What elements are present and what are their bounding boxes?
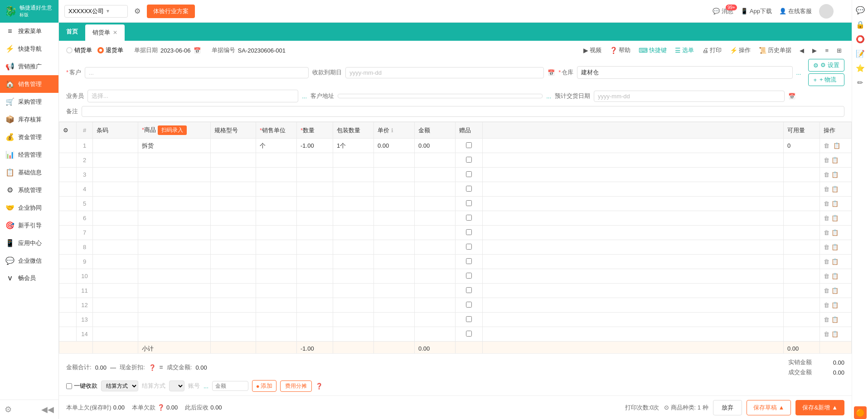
copy-icon[interactable]: 📋 (831, 200, 839, 207)
trial-btn[interactable]: 体验行业方案 (147, 5, 195, 18)
expected-date-input[interactable]: yyyy-mm-dd (594, 91, 785, 102)
row-1-unit[interactable]: 个 (256, 139, 297, 153)
salesman-input[interactable]: 选择... (87, 90, 298, 102)
delete-icon[interactable]: 🗑 (824, 157, 829, 164)
sidebar-item-purchase[interactable]: 🛒 采购管理 (0, 93, 58, 111)
calendar-icon[interactable]: 📅 (194, 47, 201, 54)
shortcut-btn[interactable]: ⌨ 快捷键 (636, 45, 669, 55)
save-draft-btn[interactable]: 保存草稿 ▲ (747, 400, 791, 415)
sidebar-item-member[interactable]: V 畅会员 (0, 270, 58, 287)
copy-icon[interactable]: 📋 (831, 171, 839, 178)
copy-icon[interactable]: 📋 (831, 273, 839, 279)
settle-method-select[interactable]: 结算方式 (101, 380, 138, 391)
right-icon-chat[interactable]: 💬 (854, 4, 867, 16)
app-download-btn[interactable]: 📱 App下载 (741, 7, 772, 15)
payment-checkbox-input[interactable] (66, 383, 72, 389)
operation-btn[interactable]: ⚡ 操作 (727, 45, 753, 55)
delete-icon[interactable]: 🗑 (824, 186, 829, 193)
online-service-btn[interactable]: 👤 在线客服 (779, 7, 812, 15)
row-1-remark[interactable] (483, 139, 784, 153)
row-1-amount[interactable]: 0.00 (415, 139, 456, 153)
logistics-btn[interactable]: + + 物流 (808, 73, 844, 86)
account-select[interactable] (169, 380, 184, 391)
date-value[interactable]: 2023-06-06 (160, 47, 191, 54)
right-icon-orange[interactable]: 🟠 (854, 406, 867, 419)
warehouse-dots[interactable]: ... (796, 69, 801, 76)
tab-sales-order[interactable]: 销货单 ✕ (85, 24, 125, 41)
copy-icon[interactable]: 📋 (831, 244, 839, 250)
copy-icon[interactable]: 📋 (831, 287, 839, 294)
row-1-action[interactable]: 🗑 📋 (820, 139, 852, 153)
delete-icon[interactable]: 🗑 (824, 287, 829, 294)
copy-icon[interactable]: 📋 (831, 157, 839, 164)
copy-icon[interactable]: 📋 (831, 258, 839, 265)
sidebar-item-quicknav[interactable]: ⚡ 快捷导航 (0, 40, 58, 58)
sidebar-item-enterprise[interactable]: 🤝 企业协同 (0, 199, 58, 217)
sidebar-item-basicinfo[interactable]: 📋 基础信息 (0, 164, 58, 181)
note-input[interactable] (82, 106, 844, 117)
one-click-payment[interactable]: 一键收款 (66, 382, 97, 390)
row-1-product[interactable]: 拆货 (138, 139, 211, 153)
sidebar-item-inventory[interactable]: 📦 库存核算 (0, 111, 58, 128)
sidebar-item-appcenter[interactable]: 📱 应用中心 (0, 234, 58, 252)
debit-help-icon[interactable]: ❓ (157, 404, 165, 411)
delete-icon[interactable]: 🗑 (824, 200, 829, 207)
due-calendar-icon[interactable]: 📅 (548, 69, 555, 76)
prev-btn[interactable]: ◀ (797, 46, 807, 55)
abandon-btn[interactable]: 放弃 (713, 400, 742, 415)
help-btn[interactable]: ❓ 帮助 (607, 45, 633, 55)
tab-close-icon[interactable]: ✕ (113, 29, 117, 36)
sidebar-settings-icon[interactable]: ⚙ (5, 405, 12, 414)
delete-icon[interactable]: 🗑 (824, 273, 829, 279)
print-btn[interactable]: 🖨 打印 (699, 45, 724, 55)
discount-help-icon[interactable]: ❓ (149, 364, 156, 371)
copy-icon[interactable]: 📋 (831, 316, 839, 323)
delete-icon[interactable]: 🗑 (824, 258, 829, 265)
radio-sales[interactable]: 销货单 (66, 46, 92, 54)
salesman-dots[interactable]: ... (302, 93, 307, 100)
save-new-btn[interactable]: 保存&新增 ▲ (795, 400, 844, 415)
tab-home[interactable]: 首页 (59, 23, 85, 41)
sidebar-item-newbie[interactable]: 🎯 新手引导 (0, 217, 58, 234)
delete-icon[interactable]: 🗑 (824, 316, 829, 323)
copy-icon[interactable]: 📋 (831, 215, 839, 222)
sidebar-collapse-icon[interactable]: ◀◀ (41, 405, 54, 414)
customer-input[interactable]: ... (85, 67, 309, 78)
user-avatar[interactable] (819, 4, 834, 19)
radio-return[interactable]: 退货单 (97, 46, 123, 54)
row-1-spec[interactable] (211, 139, 256, 153)
history-btn[interactable]: 📜 历史单据 (756, 45, 794, 55)
right-icon-circle[interactable]: ⭕ (854, 33, 867, 45)
delete-icon[interactable]: 🗑 (824, 244, 829, 250)
warehouse-input[interactable]: 建材仓 (577, 66, 792, 79)
next-btn[interactable]: ▶ (810, 46, 820, 55)
delete-icon[interactable]: 🗑 (824, 302, 829, 308)
row-1-gift[interactable] (456, 139, 483, 153)
amount-input[interactable] (212, 381, 248, 391)
sidebar-item-operations[interactable]: 📊 经营管理 (0, 146, 58, 164)
due-date-input[interactable]: yyyy-mm-dd (345, 67, 544, 78)
sidebar-item-marketing[interactable]: 📢 营销推广 (0, 58, 58, 75)
row-1-gear[interactable] (59, 139, 77, 153)
delete-icon[interactable]: 🗑 (824, 171, 829, 178)
row-1-barcode[interactable] (93, 139, 138, 153)
right-icon-lock[interactable]: 🔒 (854, 18, 867, 31)
select-btn[interactable]: ☰ 选单 (672, 45, 697, 55)
th-gear[interactable]: ⚙ (59, 122, 77, 139)
copy-icon[interactable]: 📋 (831, 186, 839, 193)
company-selector[interactable]: XXXXXX公司 ▼ (64, 5, 128, 18)
video-btn[interactable]: ▶ 视频 (581, 45, 604, 55)
message-btn[interactable]: 💬 消息 99+ (713, 7, 733, 15)
row-1-pkg[interactable]: 1个 (333, 139, 374, 153)
dots-icon[interactable]: ... (204, 383, 209, 390)
category-selector[interactable]: ⊙ 商品种类: 1 种 (664, 404, 708, 412)
sidebar-item-wechat[interactable]: 💬 企业微信 (0, 252, 58, 270)
row-1-price[interactable]: 0.00 (374, 139, 415, 153)
sidebar-item-search[interactable]: ≡ 搜索菜单 (0, 23, 58, 40)
right-icon-star[interactable]: ⭐ (854, 62, 867, 74)
row-1-qty[interactable]: -1.00 (297, 139, 333, 153)
expected-calendar-icon[interactable]: 📅 (788, 93, 795, 100)
delete-icon[interactable]: 🗑 (824, 331, 829, 337)
add-btn[interactable]: ● 添加 (252, 380, 276, 392)
sidebar-item-system[interactable]: ⚙ 系统管理 (0, 181, 58, 199)
